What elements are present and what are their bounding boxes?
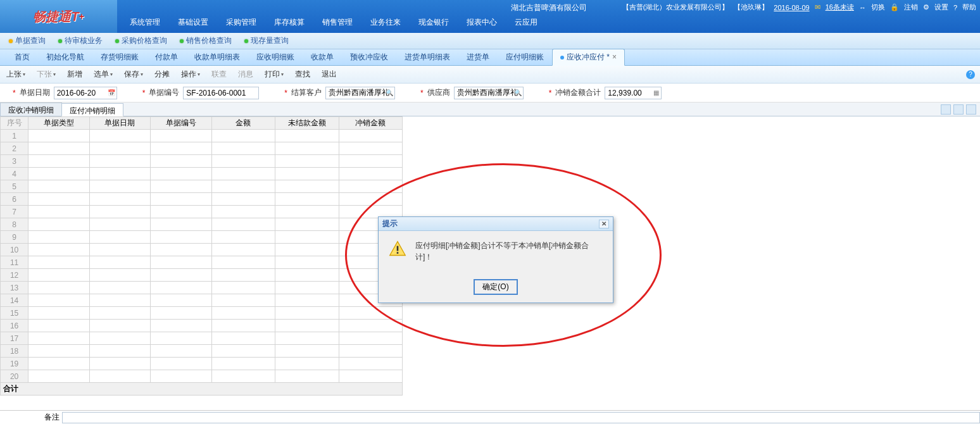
grid-cell[interactable] xyxy=(28,168,89,180)
grid-cell[interactable] xyxy=(211,206,275,218)
table-row[interactable]: 17 xyxy=(1,332,403,345)
table-row[interactable]: 8 xyxy=(1,218,403,231)
header-date[interactable]: 2016-08-09 xyxy=(774,4,809,11)
grid-cell[interactable] xyxy=(151,294,211,307)
close-icon[interactable]: × xyxy=(612,53,617,61)
grid-cell[interactable] xyxy=(28,180,89,193)
grid-cell[interactable] xyxy=(339,358,403,370)
grid-cell[interactable] xyxy=(28,256,89,269)
menu-item[interactable]: 库存核算 xyxy=(274,15,305,30)
menu-item[interactable]: 云应用 xyxy=(515,15,537,30)
find-button[interactable]: 查找 xyxy=(295,69,310,80)
grid-cell[interactable] xyxy=(211,269,275,282)
menu-item[interactable]: 报表中心 xyxy=(467,15,497,30)
grid-cell[interactable] xyxy=(275,256,339,269)
grid-cell[interactable] xyxy=(211,332,275,345)
grid-cell[interactable] xyxy=(28,155,89,168)
grid-cell[interactable] xyxy=(28,294,89,307)
table-row[interactable]: 5 xyxy=(1,180,403,193)
table-row[interactable]: 4 xyxy=(1,168,403,180)
grid-cell[interactable] xyxy=(151,269,211,282)
grid-cell[interactable] xyxy=(211,320,275,332)
grid-cell[interactable] xyxy=(28,332,89,345)
grid-cell[interactable] xyxy=(89,282,150,294)
tab[interactable]: 应收明细账 xyxy=(248,49,303,65)
grid-cell[interactable] xyxy=(211,294,275,307)
menu-item[interactable]: 销售管理 xyxy=(322,15,353,30)
grid-cell[interactable] xyxy=(211,193,275,206)
grid-cell[interactable] xyxy=(89,307,150,320)
table-row[interactable]: 9 xyxy=(1,231,403,244)
grid-cell[interactable] xyxy=(28,193,89,206)
grid-cell[interactable] xyxy=(89,358,150,370)
close-icon[interactable]: ✕ xyxy=(599,220,609,228)
table-row[interactable]: 15 xyxy=(1,307,403,320)
grid-cell[interactable] xyxy=(275,244,339,256)
tab[interactable]: 进货单明细表 xyxy=(396,49,458,65)
grid-header[interactable]: 单据类型 xyxy=(28,117,89,130)
grid-cell[interactable] xyxy=(28,218,89,231)
operate-button[interactable]: 操作▾ xyxy=(181,69,200,80)
grid-cell[interactable] xyxy=(211,130,275,142)
ok-button[interactable]: 确定(O) xyxy=(474,279,517,295)
grid-cell[interactable] xyxy=(28,358,89,370)
grid-cell[interactable] xyxy=(151,244,211,256)
grid-cell[interactable] xyxy=(339,155,403,168)
tab[interactable]: 预收冲应收 xyxy=(342,49,396,65)
grid-tool-icon[interactable] xyxy=(953,104,964,115)
table-row[interactable]: 18 xyxy=(1,345,403,358)
table-row[interactable]: 16 xyxy=(1,320,403,332)
table-row[interactable]: 14 xyxy=(1,294,403,307)
tab[interactable]: 收款单明细表 xyxy=(186,49,248,65)
grid-cell[interactable] xyxy=(151,358,211,370)
grid-cell[interactable] xyxy=(28,307,89,320)
menu-item[interactable]: 基础设置 xyxy=(178,15,208,30)
grid-cell[interactable] xyxy=(275,206,339,218)
grid-cell[interactable] xyxy=(275,358,339,370)
table-row[interactable]: 1 xyxy=(1,130,403,142)
grid-cell[interactable] xyxy=(89,244,150,256)
grid-cell[interactable] xyxy=(339,307,403,320)
grid-cell[interactable] xyxy=(339,193,403,206)
tab[interactable]: 存货明细账 xyxy=(92,49,147,65)
mail-icon[interactable]: ✉ xyxy=(815,3,820,11)
detail-tab-receivable[interactable]: 应收冲销明细 xyxy=(0,103,62,116)
grid-cell[interactable] xyxy=(151,282,211,294)
grid-cell[interactable] xyxy=(211,155,275,168)
grid-cell[interactable] xyxy=(151,206,211,218)
grid-cell[interactable] xyxy=(151,155,211,168)
grid-cell[interactable] xyxy=(151,180,211,193)
grid-cell[interactable] xyxy=(151,231,211,244)
logout-link[interactable]: 注销 xyxy=(904,3,918,12)
grid-cell[interactable] xyxy=(89,193,150,206)
table-row[interactable]: 13 xyxy=(1,282,403,294)
unread-link[interactable]: 16条未读 xyxy=(826,3,854,12)
grid-cell[interactable] xyxy=(211,358,275,370)
calc-icon[interactable]: ▦ xyxy=(651,89,660,97)
grid-cell[interactable] xyxy=(151,320,211,332)
grid-cell[interactable] xyxy=(339,370,403,383)
grid-cell[interactable] xyxy=(151,256,211,269)
settings-link[interactable]: 设置 xyxy=(934,3,948,12)
help-link[interactable]: 帮助 xyxy=(962,3,976,12)
table-row[interactable]: 6 xyxy=(1,193,403,206)
grid-cell[interactable] xyxy=(28,370,89,383)
save-button[interactable]: 保存▾ xyxy=(124,69,143,80)
grid-cell[interactable] xyxy=(275,345,339,358)
grid-cell[interactable] xyxy=(275,282,339,294)
grid-header[interactable]: 金额 xyxy=(211,117,275,130)
grid-cell[interactable] xyxy=(211,307,275,320)
tab[interactable]: 初始化导航 xyxy=(38,49,92,65)
detail-tab-payable[interactable]: 应付冲销明细 xyxy=(61,103,123,116)
exit-button[interactable]: 退出 xyxy=(322,69,337,80)
grid-cell[interactable] xyxy=(211,282,275,294)
grid-cell[interactable] xyxy=(89,142,150,155)
grid-cell[interactable] xyxy=(275,370,339,383)
select-button[interactable]: 选单▾ xyxy=(94,69,113,80)
grid-cell[interactable] xyxy=(339,130,403,142)
grid-cell[interactable] xyxy=(339,180,403,193)
subbar-item[interactable]: 销售价格查询 xyxy=(180,35,232,46)
grid-cell[interactable] xyxy=(151,332,211,345)
grid-cell[interactable] xyxy=(275,155,339,168)
grid-cell[interactable] xyxy=(89,256,150,269)
